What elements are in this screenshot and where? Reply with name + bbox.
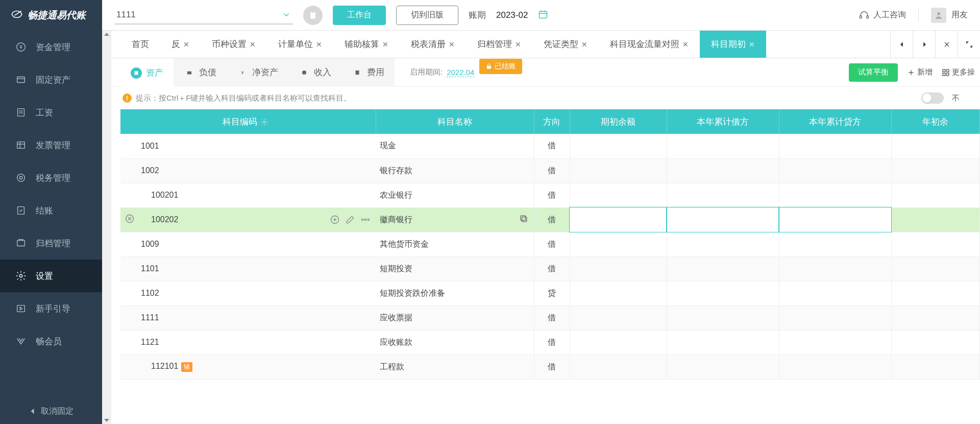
- close-icon[interactable]: ✕: [316, 40, 322, 49]
- tab-2[interactable]: 币种设置✕: [201, 31, 267, 58]
- close-icon[interactable]: ✕: [382, 40, 388, 49]
- year-begin-cell[interactable]: [891, 134, 980, 158]
- ytd-debit-cell[interactable]: [667, 183, 779, 207]
- table-row[interactable]: 1002银行存款借: [120, 158, 980, 183]
- opening-balance-cell[interactable]: [570, 183, 667, 207]
- clipboard-button[interactable]: [303, 6, 323, 25]
- table-row[interactable]: 1111应收票据借: [120, 305, 980, 330]
- gear-icon[interactable]: [257, 117, 268, 127]
- year-begin-cell[interactable]: [891, 207, 980, 232]
- tab-5[interactable]: 税表清册✕: [400, 31, 466, 58]
- table-row[interactable]: 1101短期投资借: [120, 256, 980, 281]
- tab-4[interactable]: 辅助核算✕: [333, 31, 400, 58]
- sidebar-item-2[interactable]: 工资: [0, 96, 102, 129]
- delete-icon[interactable]: [125, 214, 135, 226]
- tab-6[interactable]: 归档管理✕: [466, 31, 532, 58]
- sidebar-item-7[interactable]: 设置: [0, 260, 102, 292]
- ytd-credit-cell[interactable]: [779, 330, 891, 355]
- ytd-debit-cell[interactable]: [667, 256, 779, 281]
- ytd-credit-cell[interactable]: [779, 305, 891, 330]
- close-icon[interactable]: ✕: [515, 40, 521, 49]
- ytd-credit-cell[interactable]: [779, 232, 891, 256]
- tab-7[interactable]: 凭证类型✕: [532, 31, 599, 58]
- year-begin-cell[interactable]: [891, 330, 980, 355]
- ytd-debit-cell[interactable]: [667, 305, 779, 330]
- subtab-4[interactable]: 费用: [341, 58, 395, 87]
- table-row[interactable]: 100202徽商银行借: [120, 207, 980, 232]
- table-row[interactable]: 1121应收账款借: [120, 330, 980, 355]
- table-row[interactable]: 100201农业银行借: [120, 183, 980, 207]
- edit-icon[interactable]: [345, 215, 355, 225]
- year-begin-cell[interactable]: [891, 232, 980, 256]
- more-icon[interactable]: [360, 215, 371, 225]
- scrollbar[interactable]: [102, 31, 111, 424]
- add-icon[interactable]: [330, 215, 340, 225]
- tab-1[interactable]: 反✕: [160, 31, 201, 58]
- subtab-2[interactable]: ¥净资产: [227, 58, 288, 87]
- year-begin-cell[interactable]: [891, 183, 980, 207]
- support-link[interactable]: 人工咨询: [859, 10, 906, 20]
- ytd-debit-cell[interactable]: [667, 281, 779, 305]
- ytd-credit-cell[interactable]: [779, 207, 891, 232]
- year-begin-cell[interactable]: [891, 281, 980, 305]
- add-button[interactable]: 新增: [907, 67, 933, 77]
- close-icon[interactable]: ✕: [682, 40, 689, 49]
- opening-balance-cell[interactable]: [570, 232, 667, 256]
- close-icon[interactable]: ✕: [749, 40, 755, 49]
- sidebar-item-5[interactable]: 结账: [0, 194, 102, 227]
- sidebar-item-3[interactable]: 发票管理: [0, 129, 102, 161]
- sidebar-unpin[interactable]: 取消固定: [0, 398, 102, 424]
- sidebar-item-9[interactable]: 畅会员: [0, 325, 102, 358]
- enable-period-value[interactable]: 2022.04: [447, 68, 474, 77]
- opening-balance-cell[interactable]: [570, 281, 667, 305]
- ytd-debit-cell[interactable]: [667, 158, 779, 183]
- ytd-credit-cell[interactable]: [779, 183, 891, 207]
- year-begin-cell[interactable]: [891, 256, 980, 281]
- ytd-debit-cell[interactable]: [667, 232, 779, 256]
- tab-expand[interactable]: [958, 31, 980, 58]
- table-row[interactable]: 112101辅工程款借: [120, 355, 980, 379]
- opening-balance-cell[interactable]: [570, 355, 667, 379]
- opening-balance-cell[interactable]: [570, 134, 667, 158]
- close-icon[interactable]: ✕: [581, 40, 587, 49]
- ytd-debit-cell[interactable]: [667, 207, 779, 232]
- table-row[interactable]: 1001现金借: [120, 134, 980, 158]
- workbench-button[interactable]: 工作台: [333, 6, 386, 25]
- opening-balance-cell[interactable]: [570, 305, 667, 330]
- close-icon[interactable]: ✕: [449, 40, 455, 49]
- ytd-credit-cell[interactable]: [779, 134, 891, 158]
- copy-icon[interactable]: [519, 214, 529, 226]
- sidebar-item-1[interactable]: 固定资产: [0, 63, 102, 96]
- trial-balance-button[interactable]: 试算平衡: [849, 63, 898, 82]
- ytd-debit-cell[interactable]: [667, 134, 779, 158]
- tab-3[interactable]: 计量单位✕: [267, 31, 333, 58]
- switch-old-button[interactable]: 切到旧版: [396, 6, 458, 25]
- opening-balance-cell[interactable]: [570, 207, 667, 232]
- table-row[interactable]: 1102短期投资跌价准备贷: [120, 281, 980, 305]
- sidebar-item-8[interactable]: 新手引导: [0, 292, 102, 325]
- ytd-debit-cell[interactable]: [667, 330, 779, 355]
- ytd-credit-cell[interactable]: [779, 256, 891, 281]
- close-icon[interactable]: ✕: [250, 40, 256, 49]
- opening-balance-cell[interactable]: [570, 330, 667, 355]
- tab-8[interactable]: 科目现金流量对照✕: [599, 31, 700, 58]
- ytd-credit-cell[interactable]: [779, 281, 891, 305]
- sidebar-item-0[interactable]: ¥资金管理: [0, 31, 102, 63]
- sidebar-item-4[interactable]: 税务管理: [0, 161, 102, 194]
- sidebar-item-6[interactable]: 归档管理: [0, 227, 102, 260]
- subtab-1[interactable]: 负债: [174, 58, 227, 87]
- close-icon[interactable]: ✕: [183, 40, 189, 49]
- table-row[interactable]: 1009其他货币资金借: [120, 232, 980, 256]
- opening-balance-cell[interactable]: [570, 158, 667, 183]
- opening-balance-cell[interactable]: [570, 256, 667, 281]
- user-menu[interactable]: 用友: [931, 8, 968, 23]
- ytd-debit-cell[interactable]: [667, 355, 779, 379]
- tab-close-all[interactable]: [935, 31, 958, 58]
- toggle-switch[interactable]: [921, 92, 944, 104]
- tab-0[interactable]: 首页: [120, 31, 160, 58]
- year-begin-cell[interactable]: [891, 305, 980, 330]
- ytd-credit-cell[interactable]: [779, 158, 891, 183]
- tab-prev[interactable]: [890, 31, 913, 58]
- tab-9[interactable]: 科目期初✕: [700, 31, 766, 58]
- more-button[interactable]: 更多操: [942, 67, 975, 77]
